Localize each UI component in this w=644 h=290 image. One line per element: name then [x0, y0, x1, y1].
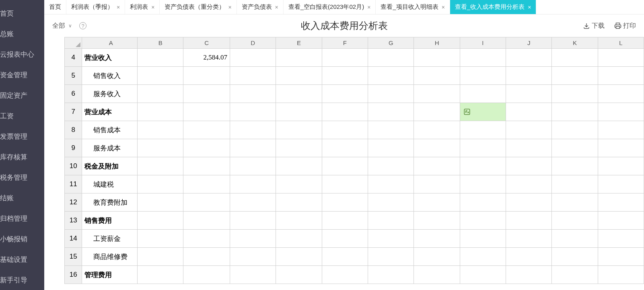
cell[interactable] [552, 212, 598, 230]
col-header[interactable]: D [230, 37, 276, 49]
cell[interactable] [414, 121, 460, 139]
cell[interactable] [322, 85, 368, 103]
sidebar-item-invoice[interactable]: 发票管理 [0, 126, 44, 147]
cell[interactable] [183, 103, 230, 121]
cell[interactable] [368, 248, 414, 266]
cell[interactable] [506, 248, 552, 266]
cell[interactable] [138, 121, 183, 139]
cell[interactable] [414, 212, 460, 230]
cell[interactable]: 营业成本 [82, 103, 138, 121]
cell[interactable] [460, 157, 506, 175]
cell[interactable] [414, 85, 460, 103]
cell[interactable] [414, 175, 460, 193]
cell[interactable] [598, 266, 644, 284]
cell[interactable] [460, 67, 506, 85]
sidebar-item-archive[interactable]: 归档管理 [0, 208, 44, 229]
help-icon[interactable]: ? [79, 22, 86, 29]
cell[interactable] [322, 157, 368, 175]
cell[interactable] [230, 266, 276, 284]
cell[interactable] [552, 49, 598, 67]
cell[interactable] [276, 230, 322, 248]
close-icon[interactable]: × [442, 4, 445, 10]
close-icon[interactable]: × [117, 4, 120, 10]
cell[interactable] [552, 121, 598, 139]
cell[interactable] [138, 49, 183, 67]
row-header[interactable]: 10 [65, 157, 82, 175]
sidebar-item-settings[interactable]: 基础设置 [0, 249, 44, 270]
spreadsheet[interactable]: A B C D E F G H I J K L 4营业收入2,584.075销售… [44, 37, 644, 290]
cell[interactable] [414, 49, 460, 67]
sidebar-item-funds[interactable]: 资金管理 [0, 65, 44, 85]
cell[interactable] [138, 103, 183, 121]
close-icon[interactable]: × [151, 4, 154, 10]
col-header[interactable]: G [368, 37, 414, 49]
cell[interactable]: 城建税 [82, 175, 138, 193]
cell[interactable] [230, 212, 276, 230]
cell[interactable] [460, 266, 506, 284]
close-icon[interactable]: × [275, 4, 278, 10]
cell[interactable]: 销售收入 [82, 67, 138, 85]
cell[interactable] [506, 85, 552, 103]
cell[interactable] [138, 266, 183, 284]
cell[interactable] [322, 193, 368, 212]
cell[interactable] [368, 212, 414, 230]
filter-dropdown[interactable]: 全部 ∨ ? [52, 22, 86, 30]
tab-income-cost-analysis[interactable]: 查看_收入成本费用分析表× [450, 0, 537, 14]
cell[interactable] [598, 193, 644, 212]
cell[interactable] [230, 175, 276, 193]
col-header[interactable]: A [82, 37, 138, 49]
cell[interactable] [322, 266, 368, 284]
sidebar-item-home[interactable]: 首页 [0, 3, 44, 24]
cell[interactable] [460, 248, 506, 266]
cell[interactable] [322, 212, 368, 230]
cell[interactable]: 2,584.07 [183, 49, 230, 67]
cell[interactable] [230, 49, 276, 67]
cell[interactable] [460, 193, 506, 212]
cell[interactable] [138, 212, 183, 230]
cell[interactable] [460, 49, 506, 67]
corner-cell[interactable] [65, 37, 82, 49]
cell[interactable] [183, 248, 230, 266]
cell[interactable] [138, 157, 183, 175]
sidebar-item-salary[interactable]: 工资 [0, 106, 44, 126]
sidebar-item-expense[interactable]: 小畅报销 [0, 229, 44, 249]
cell[interactable] [414, 103, 460, 121]
cell[interactable] [598, 248, 644, 266]
cell[interactable] [138, 248, 183, 266]
cell[interactable] [138, 230, 183, 248]
cell[interactable] [414, 67, 460, 85]
cell[interactable] [414, 139, 460, 157]
close-icon[interactable]: × [228, 4, 231, 10]
cell[interactable] [552, 67, 598, 85]
cell[interactable] [276, 85, 322, 103]
row-header[interactable]: 6 [65, 85, 82, 103]
cell[interactable] [460, 230, 506, 248]
cell[interactable] [322, 175, 368, 193]
cell[interactable] [598, 230, 644, 248]
cell[interactable] [276, 121, 322, 139]
cell[interactable] [183, 175, 230, 193]
cell[interactable] [368, 121, 414, 139]
cell[interactable] [552, 248, 598, 266]
tab-home[interactable]: 首页 [44, 0, 66, 14]
cell[interactable] [276, 157, 322, 175]
cell[interactable] [230, 85, 276, 103]
cell[interactable] [322, 49, 368, 67]
cell[interactable] [506, 103, 552, 121]
cell[interactable] [183, 212, 230, 230]
cell[interactable] [138, 85, 183, 103]
sidebar-item-inventory[interactable]: 库存核算 [0, 147, 44, 167]
close-icon[interactable]: × [367, 4, 370, 10]
cell[interactable] [276, 266, 322, 284]
row-header[interactable]: 8 [65, 121, 82, 139]
cell[interactable] [552, 266, 598, 284]
cell[interactable] [368, 157, 414, 175]
col-header[interactable]: F [322, 37, 368, 49]
cell[interactable] [183, 67, 230, 85]
cell[interactable]: 教育费附加 [82, 193, 138, 212]
cell[interactable] [552, 230, 598, 248]
cell[interactable] [322, 103, 368, 121]
row-header[interactable]: 15 [65, 248, 82, 266]
cell[interactable] [276, 248, 322, 266]
cell[interactable] [460, 121, 506, 139]
